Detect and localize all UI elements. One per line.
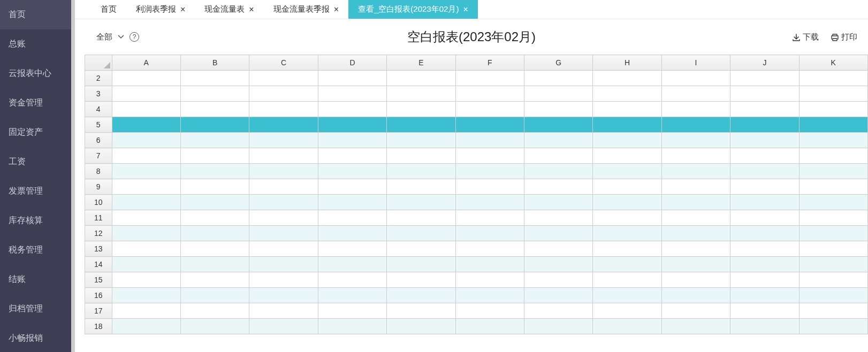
cell[interactable] [593, 288, 661, 303]
sidebar-item[interactable]: 小畅报销 [0, 324, 71, 352]
cell[interactable] [318, 226, 386, 241]
cell[interactable] [730, 195, 799, 210]
cell[interactable] [593, 117, 661, 133]
cell[interactable] [799, 133, 867, 148]
cell[interactable] [524, 303, 592, 319]
column-header[interactable]: C [249, 55, 318, 71]
filter-dropdown[interactable]: 全部 ? [96, 32, 139, 42]
cell[interactable] [112, 303, 180, 319]
cell[interactable] [249, 319, 318, 334]
cell[interactable] [180, 210, 249, 226]
tab[interactable]: 现金流量表季报× [264, 0, 348, 19]
cell[interactable] [593, 86, 661, 102]
row-header[interactable]: 18 [85, 319, 112, 334]
sidebar-item[interactable]: 总账 [0, 29, 71, 59]
row-header[interactable]: 11 [85, 210, 112, 226]
column-header[interactable]: F [455, 55, 524, 71]
row-header[interactable]: 17 [85, 303, 112, 319]
cell[interactable] [661, 117, 730, 133]
cell[interactable] [180, 303, 249, 319]
cell[interactable] [249, 272, 318, 288]
row-header[interactable]: 15 [85, 272, 112, 288]
cell[interactable] [249, 133, 318, 148]
cell[interactable] [799, 272, 867, 288]
cell[interactable] [180, 241, 249, 257]
cell[interactable] [112, 86, 180, 102]
row-header[interactable]: 2 [85, 71, 112, 86]
cell[interactable] [730, 257, 799, 272]
cell[interactable] [387, 210, 455, 226]
cell[interactable] [661, 319, 730, 334]
cell[interactable] [112, 288, 180, 303]
cell[interactable] [799, 102, 867, 117]
tab[interactable]: 查看_空白报表(2023年02月)× [348, 0, 478, 19]
sidebar-scrollbar[interactable] [71, 0, 75, 352]
cell[interactable] [661, 226, 730, 241]
sidebar-item[interactable]: 固定资产 [0, 118, 71, 147]
cell[interactable] [180, 257, 249, 272]
cell[interactable] [112, 164, 180, 179]
cell[interactable] [524, 210, 592, 226]
cell[interactable] [730, 102, 799, 117]
cell[interactable] [524, 272, 592, 288]
cell[interactable] [661, 195, 730, 210]
cell[interactable] [387, 195, 455, 210]
cell[interactable] [799, 226, 867, 241]
select-all-corner[interactable] [85, 55, 112, 71]
column-header[interactable]: K [799, 55, 867, 71]
cell[interactable] [249, 257, 318, 272]
cell[interactable] [593, 303, 661, 319]
cell[interactable] [593, 241, 661, 257]
cell[interactable] [455, 303, 524, 319]
sidebar-item[interactable]: 云报表中心 [0, 59, 71, 88]
cell[interactable] [318, 319, 386, 334]
cell[interactable] [249, 288, 318, 303]
cell[interactable] [180, 71, 249, 86]
cell[interactable] [112, 210, 180, 226]
cell[interactable] [112, 241, 180, 257]
cell[interactable] [455, 102, 524, 117]
cell[interactable] [799, 241, 867, 257]
cell[interactable] [730, 117, 799, 133]
cell[interactable] [318, 102, 386, 117]
cell[interactable] [318, 133, 386, 148]
cell[interactable] [524, 288, 592, 303]
cell[interactable] [180, 195, 249, 210]
cell[interactable] [799, 195, 867, 210]
cell[interactable] [249, 148, 318, 164]
row-header[interactable]: 5 [85, 117, 112, 133]
cell[interactable] [455, 133, 524, 148]
cell[interactable] [249, 102, 318, 117]
cell[interactable] [593, 179, 661, 195]
cell[interactable] [730, 148, 799, 164]
row-header[interactable]: 8 [85, 164, 112, 179]
cell[interactable] [387, 71, 455, 86]
cell[interactable] [249, 195, 318, 210]
cell[interactable] [661, 133, 730, 148]
cell[interactable] [799, 179, 867, 195]
cell[interactable] [455, 117, 524, 133]
cell[interactable] [524, 241, 592, 257]
cell[interactable] [799, 148, 867, 164]
cell[interactable] [180, 102, 249, 117]
cell[interactable] [387, 164, 455, 179]
cell[interactable] [387, 257, 455, 272]
close-icon[interactable]: × [249, 5, 254, 14]
cell[interactable] [524, 257, 592, 272]
row-header[interactable]: 9 [85, 179, 112, 195]
cell[interactable] [455, 195, 524, 210]
row-header[interactable]: 6 [85, 133, 112, 148]
row-header[interactable]: 4 [85, 102, 112, 117]
cell[interactable] [799, 164, 867, 179]
cell[interactable] [387, 241, 455, 257]
cell[interactable] [455, 241, 524, 257]
cell[interactable] [593, 272, 661, 288]
cell[interactable] [524, 195, 592, 210]
cell[interactable] [455, 272, 524, 288]
cell[interactable] [180, 148, 249, 164]
cell[interactable] [593, 257, 661, 272]
cell[interactable] [524, 164, 592, 179]
cell[interactable] [455, 71, 524, 86]
cell[interactable] [524, 179, 592, 195]
cell[interactable] [730, 71, 799, 86]
